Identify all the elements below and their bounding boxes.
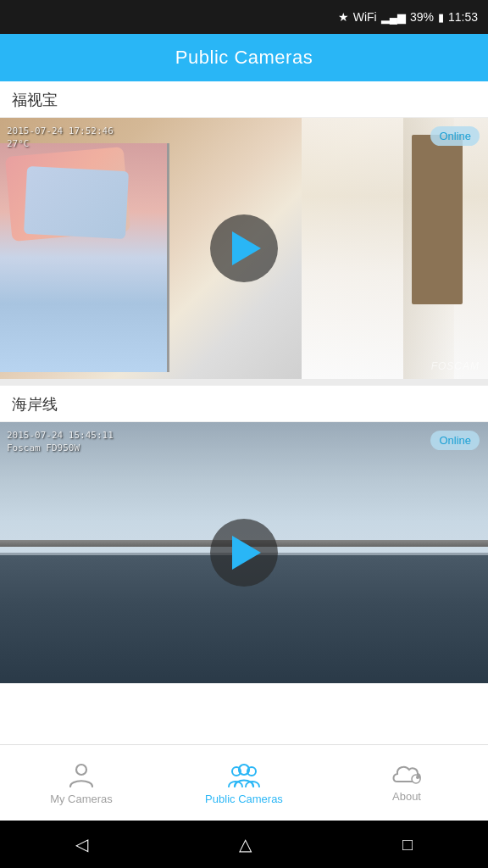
person-icon — [67, 760, 96, 789]
section-divider — [0, 379, 488, 386]
camera-2-feed[interactable]: 2015-07-24 15:45:11 Foscam FD950W Online — [0, 422, 488, 683]
nav-about-label: About — [392, 790, 421, 803]
cloud-icon — [391, 763, 423, 787]
main-content: 福视宝 2015-07-24 17:52:46 27°C Online FOSC… — [0, 81, 488, 744]
wifi-icon: WiFi — [353, 10, 377, 24]
nav-my-cameras[interactable]: My Cameras — [0, 745, 163, 821]
camera-1-name: 福视宝 — [0, 81, 488, 118]
svg-point-5 — [416, 776, 419, 779]
star-icon: ★ — [338, 10, 349, 24]
camera-2-status: Online — [430, 431, 480, 450]
svg-point-0 — [76, 765, 86, 775]
recent-button[interactable]: □ — [402, 835, 413, 854]
camera-section-1: 福视宝 2015-07-24 17:52:46 27°C Online FOSC… — [0, 81, 488, 379]
svg-point-4 — [412, 775, 420, 783]
camera-1-timestamp: 2015-07-24 17:52:46 27°C — [7, 125, 114, 151]
nav-about[interactable]: About — [325, 745, 488, 821]
signal-icon: ▂▄▆ — [381, 11, 406, 24]
camera-1-status: Online — [430, 126, 480, 146]
status-bar: ★ WiFi ▂▄▆ 39% ▮ 11:53 — [0, 0, 488, 34]
camera-1-watermark: FOSCAM — [431, 360, 480, 372]
bottom-nav: My Cameras Public Cameras About — [0, 744, 488, 821]
group-icon — [228, 760, 260, 789]
battery-indicator: 39% — [410, 10, 434, 24]
nav-my-cameras-label: My Cameras — [50, 793, 113, 805]
app-header: Public Cameras — [0, 34, 488, 81]
back-button[interactable]: ◁ — [75, 834, 88, 854]
nav-public-cameras[interactable]: Public Cameras — [163, 745, 325, 821]
battery-icon: ▮ — [438, 11, 444, 24]
camera-1-feed[interactable]: 2015-07-24 17:52:46 27°C Online FOSCAM — [0, 118, 488, 379]
page-title: Public Cameras — [175, 47, 313, 69]
camera-2-play-button[interactable] — [210, 519, 278, 587]
time-display: 11:53 — [448, 10, 478, 24]
play-icon — [232, 231, 261, 265]
home-button[interactable]: △ — [239, 834, 252, 854]
android-nav: ◁ △ □ — [0, 821, 488, 868]
camera-2-timestamp: 2015-07-24 15:45:11 Foscam FD950W — [7, 429, 114, 455]
camera-2-name: 海岸线 — [0, 386, 488, 422]
camera-1-play-button[interactable] — [210, 214, 278, 282]
play-icon-2 — [232, 536, 261, 570]
camera-section-2: 海岸线 2015-07-24 15:45:11 Foscam FD950W On… — [0, 386, 488, 683]
nav-public-cameras-label: Public Cameras — [205, 793, 283, 805]
